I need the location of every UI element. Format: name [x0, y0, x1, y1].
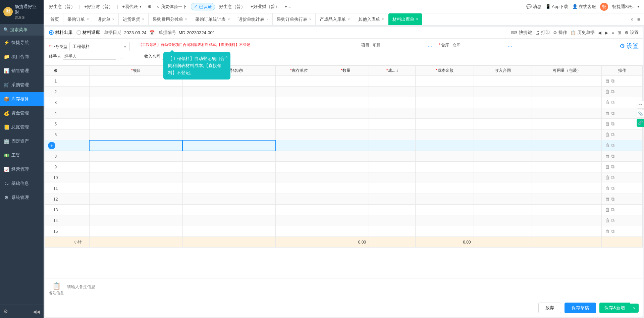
tab-material-out[interactable]: 材料出库单× [388, 13, 423, 25]
tab-close-all[interactable]: × [629, 16, 635, 23]
copy-btn[interactable]: ⧉ [611, 89, 614, 94]
tab-incoming-stats[interactable]: 进货单统计表× [234, 13, 273, 25]
sidebar-item-assets[interactable]: 🏢 固定资产 [0, 134, 44, 148]
delete-btn[interactable]: 🗑 [605, 121, 610, 126]
action-next[interactable]: ▶ [605, 30, 608, 35]
sidebar-item-sales[interactable]: 📊 销售管理 [0, 64, 44, 78]
radio-material-return[interactable]: 材料退库 [76, 30, 100, 36]
side-float-edit[interactable]: ✏ [637, 101, 644, 109]
sidebar-settings-icon[interactable]: ⚙ [3, 308, 8, 315]
copy-btn[interactable]: ⧉ [611, 78, 614, 84]
delete-btn[interactable]: 🗑 [605, 175, 610, 180]
tab-incoming[interactable]: 进货单× [93, 13, 119, 25]
sidebar-item-project[interactable]: 📁 项目合同 [0, 50, 44, 64]
tab-home[interactable]: 首页 [46, 13, 63, 25]
tab-close-other[interactable]: × [382, 17, 384, 21]
cost-info-icon[interactable]: ℹ [396, 68, 398, 72]
action-shortcut[interactable]: ⌨ 快捷键 [511, 30, 532, 36]
tab-other-instock[interactable]: 其他入库单× [354, 13, 388, 25]
action-operation[interactable]: ⚙ 操作 [553, 30, 567, 36]
sidebar-collapse-icon[interactable]: ◀◀ [33, 309, 40, 314]
side-float-link[interactable]: 🔗 [637, 119, 644, 127]
sidebar-item-basic-info[interactable]: 🗂 基础信息 [0, 176, 44, 191]
copy-btn[interactable]: ⧉ [611, 175, 614, 180]
handler-input[interactable] [63, 53, 116, 60]
action-print[interactable]: 🖨 打印 [535, 30, 550, 36]
delete-btn[interactable]: 🗑 [605, 100, 610, 105]
delete-btn[interactable]: 🗑 [605, 132, 610, 137]
delete-btn[interactable]: 🗑 [605, 89, 610, 94]
copy-btn[interactable]: ⧉ [611, 153, 614, 159]
project-dots[interactable]: … [428, 43, 432, 48]
tab-order-exec[interactable]: 采购订单执行表× [273, 13, 316, 25]
sidebar-item-salary[interactable]: 💵 工资 [0, 148, 44, 162]
sidebar-item-purchase[interactable]: 🛒 采购管理 [0, 78, 44, 92]
topbar-message[interactable]: 💬 消息 [526, 4, 541, 10]
topbar-more[interactable]: +… [283, 4, 293, 9]
delete-btn[interactable]: 🗑 [605, 110, 610, 116]
copy-btn[interactable]: ⧉ [611, 121, 614, 126]
copy-btn[interactable]: ⧉ [611, 100, 614, 105]
topbar-app-download[interactable]: 📱 App下载 [545, 4, 568, 10]
topbar-good-biz[interactable]: 好生意（普） [48, 4, 76, 10]
discard-button[interactable]: 放弃 [538, 303, 561, 313]
copy-btn[interactable]: ⧉ [611, 207, 614, 212]
copy-btn[interactable]: ⧉ [611, 196, 614, 202]
sidebar-item-inventory[interactable]: 📦 库存核算 [0, 92, 44, 106]
delete-btn[interactable]: 🗑 [605, 228, 610, 234]
delete-btn[interactable]: 🗑 [605, 186, 610, 191]
tab-close-return[interactable]: × [142, 17, 144, 21]
add-row-button[interactable]: + [48, 142, 55, 149]
tab-expense-split[interactable]: 采购费用分摊单× [149, 13, 192, 25]
sidebar-item-system[interactable]: ⚙ 系统管理 [0, 191, 44, 205]
topbar-good-finance2[interactable]: +好业财（普） [249, 4, 281, 10]
tab-close-expense[interactable]: × [185, 17, 187, 21]
calendar-icon[interactable]: 📅 [149, 30, 155, 35]
copy-btn[interactable]: ⧉ [611, 218, 614, 223]
delete-btn[interactable]: 🗑 [605, 218, 610, 223]
user-avatar[interactable]: 畅 [600, 3, 608, 11]
delete-btn[interactable]: 🗑 [605, 78, 610, 84]
action-view-grid[interactable]: ⊞ [618, 30, 621, 35]
topbar-good-finance[interactable]: +好业财（普） [83, 4, 114, 10]
sidebar-item-ledger[interactable]: 📒 总账管理 [0, 120, 44, 134]
tab-product-instock[interactable]: 产成品入库单× [316, 13, 354, 25]
copy-btn[interactable]: ⧉ [611, 164, 614, 169]
business-type-input[interactable]: 工程领料 ▼ [69, 42, 130, 51]
delete-btn[interactable]: 🗑 [605, 207, 610, 212]
warehouse-input[interactable] [451, 42, 504, 48]
sidebar-item-ops[interactable]: 📈 经营管理 [0, 162, 44, 176]
tooltip-close-button[interactable]: × [225, 54, 228, 60]
delete-btn[interactable]: 🗑 [605, 196, 610, 202]
delete-btn[interactable]: 🗑 [605, 143, 610, 148]
side-float-note[interactable]: 📎 [637, 110, 644, 118]
topbar-trial[interactable]: ○ 我要体验一下 [156, 4, 188, 10]
th-gear[interactable]: ⚙ [45, 66, 66, 76]
tab-close-incoming[interactable]: × [112, 17, 114, 21]
warehouse-dots[interactable]: … [507, 43, 512, 48]
action-settings[interactable]: ⚙ 设置 [625, 30, 639, 36]
sidebar-item-quick-nav[interactable]: ⚡ 快捷导航 [0, 36, 44, 50]
note-input[interactable] [67, 282, 639, 292]
delete-btn[interactable]: 🗑 [605, 153, 610, 159]
radio-material-out[interactable]: 材料出库 [49, 30, 72, 36]
project-input[interactable] [371, 42, 424, 48]
tab-close-purchase-stats[interactable]: × [228, 17, 230, 21]
topbar-username[interactable]: 畅捷通8账... ▼ [612, 4, 640, 10]
copy-btn[interactable]: ⧉ [611, 132, 614, 137]
tab-purchase-stats[interactable]: 采购订单统计表× [191, 13, 234, 25]
tab-close-material[interactable]: × [416, 17, 418, 21]
tab-menu[interactable]: ≡ [636, 16, 641, 23]
tab-close-product[interactable]: × [348, 17, 350, 21]
tab-close-purchase-order[interactable]: × [87, 17, 89, 21]
tab-close-incoming-stats[interactable]: × [266, 17, 268, 21]
topbar-easy-account[interactable]: +易代账 ▼ [121, 4, 144, 10]
action-prev[interactable]: ◀ [598, 30, 601, 35]
form-settings-icon[interactable]: ⚙ 设置 [620, 42, 639, 50]
topbar-online-service[interactable]: 👤 在线客服 [572, 4, 596, 10]
topbar-settings[interactable]: ⚙ [146, 4, 153, 9]
save-draft-button[interactable]: 保存草稿 [565, 303, 596, 313]
copy-btn[interactable]: ⧉ [611, 228, 614, 234]
save-new-arrow[interactable]: ∨ [630, 304, 639, 313]
action-history[interactable]: 📋 历史单据 [571, 30, 595, 36]
